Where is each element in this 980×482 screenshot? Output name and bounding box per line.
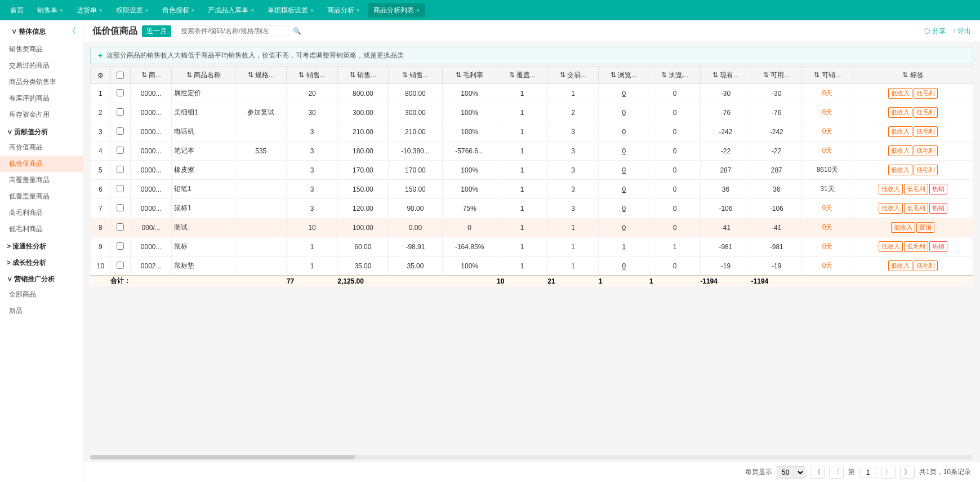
cell-check[interactable]: [110, 84, 130, 103]
sidebar-collapse-btn[interactable]: 《: [66, 24, 78, 38]
cell-check[interactable]: [110, 199, 130, 218]
nav-close-icon[interactable]: ×: [357, 7, 360, 14]
col-sellable[interactable]: ⇅ 可销...: [802, 67, 853, 84]
col-sales1[interactable]: ⇅ 销售...: [287, 67, 337, 84]
filter-tag-period[interactable]: 近一月: [142, 25, 171, 37]
nav-sales-order[interactable]: 销售单 ×: [32, 3, 69, 17]
export-button[interactable]: ↑ 导出: [952, 26, 971, 36]
nav-close-icon[interactable]: ×: [145, 7, 149, 14]
col-sales3[interactable]: ⇅ 销售...: [389, 67, 443, 84]
nav-product-analysis[interactable]: 商品分析 ×: [322, 3, 366, 17]
cell-browse1[interactable]: 0: [599, 122, 649, 141]
browse-link[interactable]: 0: [622, 185, 626, 193]
select-all-checkbox[interactable]: [117, 72, 124, 79]
col-name[interactable]: ⇅ 商品名称: [172, 67, 235, 84]
browse-link[interactable]: 0: [622, 262, 626, 270]
next-page-btn[interactable]: 〉: [881, 466, 896, 479]
row-checkbox[interactable]: [117, 223, 124, 231]
cell-browse1[interactable]: 0: [599, 180, 649, 199]
page-input[interactable]: [859, 467, 876, 478]
row-checkbox[interactable]: [117, 127, 124, 135]
browse-link[interactable]: 1: [622, 243, 626, 251]
cell-browse1[interactable]: 0: [599, 84, 649, 103]
sidebar-item-sales-products[interactable]: 销售类商品: [0, 41, 83, 58]
nav-product-analysis-list[interactable]: 商品分析列表 ×: [368, 3, 425, 17]
col-trade[interactable]: ⇅ 交易...: [547, 67, 598, 84]
sidebar-item-high-margin[interactable]: 高毛利商品: [0, 205, 83, 221]
col-coverage[interactable]: ⇅ 覆盖...: [497, 67, 547, 84]
cell-browse1[interactable]: 0: [599, 257, 649, 276]
row-checkbox[interactable]: [117, 185, 124, 192]
horizontal-scrollbar[interactable]: [90, 455, 973, 459]
search-icon[interactable]: 🔍: [293, 27, 301, 35]
browse-link[interactable]: 0: [622, 205, 626, 213]
first-page-btn[interactable]: 《: [810, 466, 825, 479]
search-input[interactable]: [176, 25, 288, 37]
nav-purchase-order[interactable]: 进货单 ×: [71, 3, 108, 17]
col-code[interactable]: ⇅ 商...: [131, 67, 172, 84]
cell-check[interactable]: [110, 103, 130, 122]
cell-browse1[interactable]: 1: [599, 237, 649, 257]
nav-close-icon[interactable]: ×: [310, 7, 314, 14]
sidebar-item-low-coverage[interactable]: 低覆盖量商品: [0, 188, 83, 205]
prev-page-btn[interactable]: 〈: [829, 466, 844, 479]
cell-browse1[interactable]: 0: [599, 161, 649, 180]
cell-check[interactable]: [110, 122, 130, 141]
nav-home[interactable]: 首页: [5, 3, 29, 17]
scroll-thumb[interactable]: [90, 455, 355, 459]
nav-template-settings[interactable]: 单据模板设置 ×: [262, 3, 319, 17]
cell-check[interactable]: [110, 237, 130, 257]
row-checkbox[interactable]: [117, 108, 124, 116]
browse-link[interactable]: 0: [622, 224, 626, 232]
cell-check[interactable]: [110, 180, 130, 199]
row-checkbox[interactable]: [117, 147, 124, 154]
nav-close-icon[interactable]: ×: [60, 7, 63, 14]
col-current[interactable]: ⇅ 现有...: [700, 67, 751, 84]
col-margin[interactable]: ⇅ 毛利率: [442, 67, 497, 84]
col-setting[interactable]: ⚙: [91, 67, 111, 84]
share-button[interactable]: ⬡ 分享: [924, 26, 945, 36]
cell-check[interactable]: [110, 257, 130, 276]
sidebar-item-high-value[interactable]: 高价值商品: [0, 139, 83, 156]
sidebar-item-all-products[interactable]: 全部商品: [0, 286, 83, 303]
sidebar-item-inventory-products[interactable]: 有库序的商品: [0, 90, 83, 107]
row-checkbox[interactable]: [117, 166, 124, 173]
nav-product-warehouse[interactable]: 产成品入库单 ×: [202, 3, 260, 17]
cell-check[interactable]: [110, 141, 130, 161]
browse-link[interactable]: 0: [622, 166, 626, 174]
nav-close-icon[interactable]: ×: [416, 7, 420, 14]
sidebar-item-new-products[interactable]: 新品: [0, 303, 83, 319]
row-checkbox[interactable]: [117, 242, 124, 250]
col-browse1[interactable]: ⇅ 浏览...: [599, 67, 649, 84]
row-checkbox[interactable]: [117, 89, 124, 96]
sidebar-item-category-sales-rate[interactable]: 商品分类销售率: [0, 74, 83, 90]
nav-close-icon[interactable]: ×: [191, 7, 195, 14]
col-available[interactable]: ⇅ 可用...: [751, 67, 802, 84]
browse-link[interactable]: 0: [622, 128, 626, 136]
browse-link[interactable]: 0: [622, 90, 626, 98]
browse-link[interactable]: 0: [622, 109, 626, 117]
sidebar-item-traded-products[interactable]: 交易过的商品: [0, 58, 83, 74]
cell-check[interactable]: [110, 218, 130, 237]
sidebar-item-low-margin[interactable]: 低毛利商品: [0, 221, 83, 237]
cell-browse1[interactable]: 0: [599, 103, 649, 122]
cell-check[interactable]: [110, 161, 130, 180]
sidebar-item-low-value[interactable]: 低价值商品: [0, 156, 83, 172]
col-browse2[interactable]: ⇅ 浏览...: [649, 67, 700, 84]
last-page-btn[interactable]: 》: [900, 466, 915, 479]
nav-permissions[interactable]: 权限设置 ×: [110, 3, 154, 17]
col-check[interactable]: [110, 67, 130, 84]
sidebar-item-inventory-capital[interactable]: 库存资金占用: [0, 107, 83, 123]
nav-role-auth[interactable]: 角色授权 ×: [157, 3, 201, 17]
row-checkbox[interactable]: [117, 262, 124, 269]
browse-link[interactable]: 0: [622, 147, 626, 155]
cell-browse1[interactable]: 0: [599, 141, 649, 161]
row-checkbox[interactable]: [117, 204, 124, 211]
col-spec[interactable]: ⇅ 规格...: [235, 67, 287, 84]
col-sales2[interactable]: ⇅ 销售...: [337, 67, 388, 84]
nav-close-icon[interactable]: ×: [99, 7, 103, 14]
col-tags[interactable]: ⇅ 标签: [853, 67, 973, 84]
sidebar-group-circulation[interactable]: > 流通性分析: [0, 237, 83, 254]
cell-browse1[interactable]: 0: [599, 218, 649, 237]
sidebar-group-growth[interactable]: > 成长性分析: [0, 254, 83, 270]
